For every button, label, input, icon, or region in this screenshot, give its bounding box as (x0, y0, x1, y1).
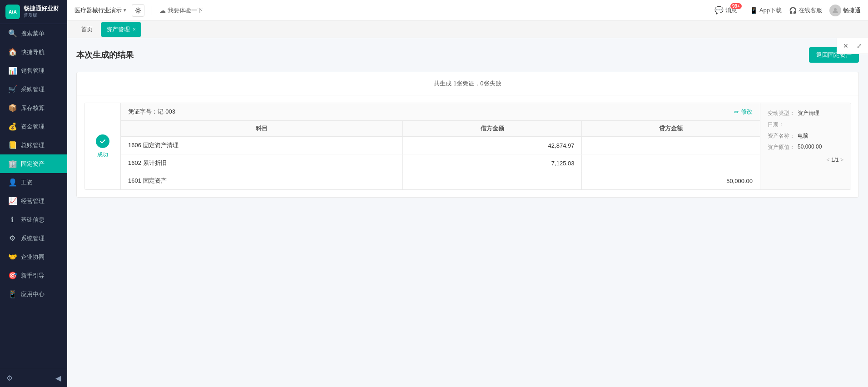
asset-name-label: 资产名称： (768, 132, 795, 140)
messages-button[interactable]: 💬 消息 99+ (714, 6, 737, 15)
system-icon: ⚙ (8, 234, 16, 243)
gear-icon (135, 7, 141, 14)
voucher-side-panel: 变动类型： 资产清理 日期： 资产名称： 电脑 资产原值： 50,000.00 (760, 103, 851, 189)
expand-panel-button[interactable]: ⤢ (853, 40, 865, 52)
sidebar-item-fixed-assets[interactable]: 🏢 固定资产 (0, 154, 67, 173)
sidebar-item-operations[interactable]: 📈 经营管理 (0, 192, 67, 210)
sidebar-label-ledger: 总账管理 (21, 141, 45, 149)
experience-button[interactable]: ☁ 我要体验一下 (159, 6, 203, 15)
change-type-value: 资产清理 (798, 109, 819, 117)
user-menu[interactable]: 畅捷通 (829, 5, 861, 16)
payroll-icon: 👤 (8, 178, 16, 187)
sidebar-item-quick-nav[interactable]: 🏠 快捷导航 (0, 43, 67, 61)
app-logo: AtA (5, 5, 20, 19)
base-info-icon: ℹ (8, 215, 16, 224)
user-name: 畅捷通 (843, 6, 861, 15)
apps-icon: 📱 (8, 290, 16, 298)
debit-2: 7,125.03 (403, 154, 582, 172)
company-selector[interactable]: 医疗器械行业演示 ▾ (74, 6, 126, 15)
sidebar-label-fixed-assets: 固定资产 (21, 160, 45, 168)
sidebar-label-search: 搜索菜单 (21, 30, 45, 38)
app-download-icon: 📱 (750, 7, 758, 14)
change-type-label: 变动类型： (768, 109, 795, 117)
sidebar-footer: ⚙ ◀ (0, 369, 67, 387)
svg-point-0 (137, 9, 139, 11)
guide-icon: 🎯 (8, 271, 16, 280)
online-support-button[interactable]: 🎧 在线客服 (789, 6, 822, 15)
operations-icon: 📈 (8, 197, 16, 205)
sidebar-item-finance[interactable]: 💰 资金管理 (0, 117, 67, 136)
experience-label: 我要体验一下 (168, 6, 203, 15)
sidebar-label-system: 系统管理 (21, 234, 45, 243)
asset-value-value: 50,000.00 (798, 144, 822, 151)
sidebar-item-search[interactable]: 🔍 搜索菜单 (0, 24, 67, 43)
sidebar-label-payroll: 工资 (21, 179, 33, 187)
app-download-button[interactable]: 📱 App下载 (750, 6, 782, 15)
tab-close-icon[interactable]: × (133, 26, 136, 33)
search-icon: 🔍 (8, 29, 16, 38)
voucher-edit-button[interactable]: ✏ 修改 (734, 108, 753, 116)
tab-home[interactable]: 首页 (74, 22, 99, 37)
sidebar: AtA 畅捷通好业财 普及版 🔍 搜索菜单 🏠 快捷导航 📊 销售管理 🛒 采购… (0, 0, 67, 387)
finance-icon: 💰 (8, 122, 16, 131)
side-pagination: < 1/1 > (768, 157, 843, 163)
settings-footer-icon[interactable]: ⚙ (6, 374, 13, 382)
change-type-row: 变动类型： 资产清理 (768, 109, 843, 117)
home-icon: 🏠 (8, 48, 16, 56)
sidebar-item-enterprise[interactable]: 🤝 企业协同 (0, 248, 67, 266)
avatar (829, 5, 841, 16)
edit-label: 修改 (741, 108, 753, 116)
sidebar-item-apps[interactable]: 📱 应用中心 (0, 285, 67, 303)
messages-badge: 99+ (730, 3, 742, 9)
topbar: 医疗器械行业演示 ▾ ☁ 我要体验一下 💬 消息 99+ 📱 App下载 (67, 0, 868, 21)
app-download-label: App下载 (759, 6, 782, 15)
voucher-table: 科目 借方金额 贷方金额 1606 固定资产清理 42,874.97 (121, 121, 760, 189)
debit-3 (403, 172, 582, 190)
col-credit: 贷方金额 (582, 121, 760, 137)
page-header: 本次生成的结果 返回固定资产 (76, 47, 859, 63)
next-page-icon[interactable]: > (840, 157, 843, 163)
experience-icon: ☁ (159, 7, 166, 14)
close-panel-button[interactable]: ✕ (840, 40, 852, 52)
table-row: 1606 固定资产清理 42,874.97 (121, 137, 760, 154)
sidebar-header: AtA 畅捷通好业财 普及版 (0, 0, 67, 24)
col-debit: 借方金额 (403, 121, 582, 137)
date-row: 日期： (768, 121, 843, 129)
ledger-icon: 📒 (8, 141, 16, 149)
company-dropdown-icon: ▾ (124, 7, 126, 13)
sidebar-item-base-info[interactable]: ℹ 基础信息 (0, 210, 67, 229)
table-row: 1602 累计折旧 7,125.03 (121, 154, 760, 172)
page-title: 本次生成的结果 (76, 50, 134, 60)
sidebar-item-system[interactable]: ⚙ 系统管理 (0, 229, 67, 248)
topbar-right: 💬 消息 99+ 📱 App下载 🎧 在线客服 畅捷通 (714, 5, 861, 16)
sidebar-item-guide[interactable]: 🎯 新手引导 (0, 266, 67, 285)
sales-icon: 📊 (8, 66, 16, 75)
voucher-block: 成功 凭证字号：记-003 ✏ 修改 科目 (84, 103, 851, 190)
online-support-label: 在线客服 (799, 6, 822, 15)
sidebar-nav: 🔍 搜索菜单 🏠 快捷导航 📊 销售管理 🛒 采购管理 📦 库存核算 💰 资金管… (0, 24, 67, 369)
purchase-icon: 🛒 (8, 85, 16, 94)
tab-assets-management[interactable]: 资产管理 × (101, 22, 141, 37)
fixed-assets-icon: 🏢 (8, 159, 16, 168)
success-indicator: 成功 (84, 103, 121, 189)
col-subject: 科目 (121, 121, 403, 137)
sidebar-label-apps: 应用中心 (21, 290, 45, 298)
sidebar-item-purchase[interactable]: 🛒 采购管理 (0, 80, 67, 99)
tab-assets-label: 资产管理 (106, 25, 130, 34)
date-label: 日期： (768, 121, 784, 129)
company-name: 医疗器械行业演示 (74, 6, 122, 15)
sidebar-item-payroll[interactable]: 👤 工资 (0, 173, 67, 192)
prev-page-icon[interactable]: < (827, 157, 830, 163)
avatar-icon (832, 7, 839, 14)
topbar-settings-button[interactable] (132, 4, 144, 17)
collapse-button[interactable]: ◀ (55, 374, 61, 382)
check-icon (99, 138, 106, 145)
support-icon: 🎧 (789, 7, 797, 14)
tab-home-label: 首页 (81, 25, 93, 34)
app-title: 畅捷通好业财 (24, 5, 59, 13)
success-circle (96, 134, 109, 148)
sidebar-item-ledger[interactable]: 📒 总账管理 (0, 136, 67, 154)
voucher-main: 凭证字号：记-003 ✏ 修改 科目 借方金额 贷方金额 (121, 103, 760, 189)
sidebar-item-sales[interactable]: 📊 销售管理 (0, 61, 67, 80)
sidebar-item-inventory[interactable]: 📦 库存核算 (0, 99, 67, 117)
